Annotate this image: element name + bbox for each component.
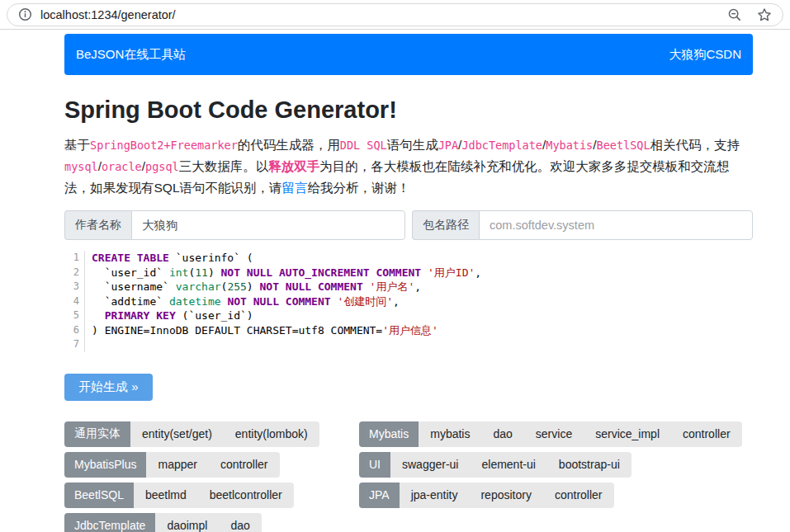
inline-code: Mybatis [546,139,593,152]
token-plain: `username` [92,280,176,293]
zoom-icon[interactable] [727,7,742,22]
template-option-button[interactable]: controller [543,483,614,508]
template-button-group: UIswagger-uielement-uibootstrap-ui [359,452,632,478]
code-text[interactable]: `username` varchar(255) NOT NULL COMMENT… [84,280,753,294]
page-description: 基于SpringBoot2+Freemarker的代码生成器，用DDL SQL语… [64,134,753,198]
code-line[interactable]: 3 `username` varchar(255) NOT NULL COMME… [64,280,753,294]
template-option-button[interactable]: beetlmd [134,483,198,508]
code-line[interactable]: 5 PRIMARY KEY (`user_id`) [64,308,753,323]
group-label: JPA [359,483,400,508]
browser-toolbar: localhost:1234/generator/ [0,0,790,30]
address-bar[interactable]: localhost:1234/generator/ [7,3,783,26]
line-number: 3 [64,280,84,294]
token-keyword: NOT NULL AUTO_INCREMENT COMMENT [221,266,422,279]
author-input[interactable] [131,210,405,240]
token-plain [363,280,370,293]
token-plain: , [475,266,481,279]
token-plain: `user_id` [92,266,169,279]
sql-editor[interactable]: 1CREATE TABLE `userinfo` (2 `user_id` in… [64,247,753,355]
description-text: 的代码生成器，用 [238,138,340,152]
line-number: 5 [64,308,84,323]
token-keyword: PRIMARY KEY [105,309,176,322]
template-button-group: 通用实体entity(set/get)entity(lombok) [64,421,319,447]
template-option-button[interactable]: element-ui [470,452,546,478]
token-keyword: NOT NULL COMMENT [227,295,330,308]
message-link[interactable]: 留言 [282,181,308,195]
template-option-button[interactable]: daoimpl [155,513,219,532]
code-text[interactable]: `user_id` int(11) NOT NULL AUTO_INCREMEN… [84,266,753,280]
inline-code: JdbcTemplate [461,139,542,152]
site-brand-link[interactable]: BeJSON在线工具站 [76,47,186,63]
inline-code: pgsql [145,160,179,173]
template-button-group: Mybatismybatisdaoserviceservice_implcont… [359,421,742,447]
line-number: 6 [64,323,84,338]
token-plain: , [414,280,421,293]
template-group-row: Mybatismybatisdaoserviceservice_implcont… [359,421,753,447]
page-container: BeJSON在线工具站 大狼狗CSDN Spring Boot Code Gen… [64,34,753,532]
token-type: varchar [176,280,221,293]
token-plain: , [393,295,400,308]
code-text[interactable]: CREATE TABLE `userinfo` ( [84,251,753,266]
page-info-icon[interactable] [18,7,32,21]
token-plain: ) [208,266,221,279]
token-number: 11 [195,266,208,279]
template-option-button[interactable]: controller [209,452,280,478]
code-line[interactable]: 2 `user_id` int(11) NOT NULL AUTO_INCREM… [64,266,753,280]
template-group-row: MybatisPlusmappercontroller [64,452,359,478]
template-option-button[interactable]: mapper [146,452,208,478]
token-string: '用户ID' [428,266,475,279]
generate-button[interactable]: 开始生成 » [64,374,153,401]
template-option-button[interactable]: controller [671,421,742,447]
package-input[interactable] [479,210,753,240]
template-option-button[interactable]: beetlcontroller [198,483,294,508]
line-number: 1 [64,251,84,266]
token-plain [421,266,428,279]
code-text[interactable]: PRIMARY KEY (`user_id`) [84,308,753,323]
template-option-button[interactable]: jpa-entity [400,483,470,508]
group-label: 通用实体 [64,421,130,447]
description-text: 给我分析，谢谢！ [308,181,410,195]
template-button-group: BeetlSQLbeetlmdbeetlcontroller [64,483,294,508]
template-option-button[interactable]: dao [219,513,261,532]
template-option-button[interactable]: repository [469,483,542,508]
code-line[interactable]: 7 [64,337,753,352]
author-input-group: 作者名称 [64,210,405,240]
author-label: 作者名称 [64,210,131,240]
template-option-button[interactable]: bootstrap-ui [547,452,632,478]
template-option-button[interactable]: service [524,421,584,447]
token-plain: (`user_id`) [176,309,253,322]
url-text[interactable]: localhost:1234/generator/ [40,8,176,21]
template-option-button[interactable]: mybatis [419,421,481,447]
code-line[interactable]: 6) ENGINE=InnoDB DEFAULT CHARSET=utf8 CO… [64,323,753,338]
template-option-button[interactable]: entity(lombok) [224,421,319,447]
template-option-button[interactable]: swagger-ui [390,452,470,478]
description-text: 相关代码，支持 [650,138,740,152]
code-line[interactable]: 4 `addtime` datetime NOT NULL COMMENT '创… [64,294,753,309]
template-groups: 通用实体entity(set/get)entity(lombok)Mybatis… [64,421,753,532]
template-groups-left-column: 通用实体entity(set/get)entity(lombok)Mybatis… [64,421,359,532]
inline-code: BeetlSQL [597,139,650,152]
package-label: 包名路径 [412,210,479,240]
token-plain: ) ENGINE=InnoDB DEFAULT CHARSET=utf8 COM… [92,324,382,337]
template-button-group: JPAjpa-entityrepositorycontroller [359,483,614,508]
code-text[interactable]: ) ENGINE=InnoDB DEFAULT CHARSET=utf8 COM… [84,323,753,338]
csdn-link[interactable]: 大狼狗CSDN [669,47,741,63]
template-option-button[interactable]: entity(set/get) [130,421,224,447]
code-line[interactable]: 1CREATE TABLE `userinfo` ( [64,251,753,266]
line-number: 2 [64,266,84,280]
code-text[interactable] [84,337,753,352]
template-button-group: JdbcTemplatedaoimpldao [64,513,262,532]
token-string: '用户信息' [382,324,438,337]
description-text: 三大数据库。以 [179,159,269,173]
description-text: 基于 [64,138,90,152]
token-plain [92,309,105,322]
bookmark-star-icon[interactable] [757,7,772,22]
template-option-button[interactable]: dao [481,421,523,447]
group-label: BeetlSQL [64,483,134,508]
page-title: Spring Boot Code Generator! [64,97,753,124]
template-option-button[interactable]: service_impl [584,421,671,447]
emphasis-text: 释放双手 [268,159,319,173]
template-group-row: JPAjpa-entityrepositorycontroller [359,483,753,508]
line-number: 7 [64,337,84,352]
code-text[interactable]: `addtime` datetime NOT NULL COMMENT '创建时… [84,294,753,309]
